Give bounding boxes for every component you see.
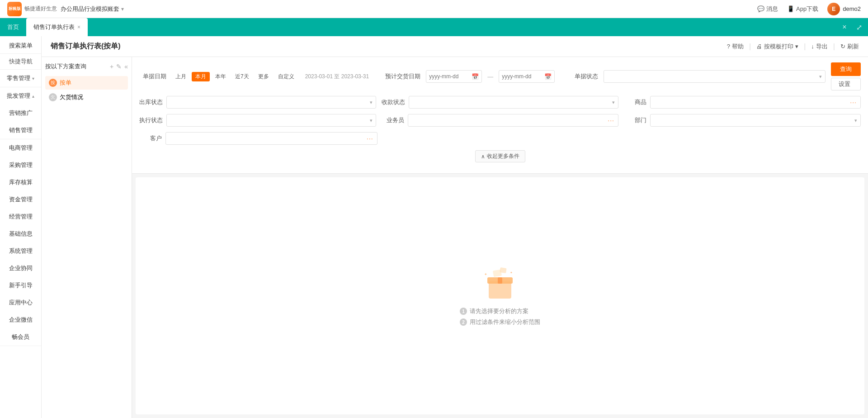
sidebar-item-enterprise[interactable]: 企业协同: [0, 260, 41, 277]
tab-sales-exec-label: 销售订单执行表: [33, 23, 75, 31]
message-label: 消息: [766, 5, 778, 13]
query-button[interactable]: 查询: [831, 62, 861, 76]
page-header-actions: ? 帮助 | 🖨 按模板打印 ▾ | ↓ 导出 | ↻ 刷新: [727, 43, 859, 56]
filter-cell-receive-status: 收款状态: [382, 96, 618, 109]
chevron-down-icon: ▾: [32, 76, 34, 81]
date-tab-this-month[interactable]: 本月: [192, 72, 210, 81]
sidebar-search[interactable]: 搜索菜单: [0, 36, 41, 54]
collapse-panel-button[interactable]: «: [124, 63, 128, 70]
svg-rect-4: [500, 267, 506, 273]
customer-input[interactable]: ···: [165, 132, 377, 145]
app-download-label: App下载: [796, 5, 818, 13]
refresh-button[interactable]: ↻ 刷新: [840, 43, 859, 51]
tab-sales-exec[interactable]: 销售订单执行表 ×: [26, 18, 88, 36]
calendar-end-icon[interactable]: 📅: [544, 73, 552, 80]
sidebar-item-sales-mgmt[interactable]: 销售管理: [0, 122, 41, 139]
sidebar-item-operation[interactable]: 经营管理: [0, 208, 41, 225]
out-status-control: [166, 96, 376, 109]
nav-tab-actions: × ⤢: [839, 22, 864, 33]
divider1: |: [749, 43, 751, 51]
salesman-dots-icon[interactable]: ···: [608, 117, 614, 124]
scheme-label-by-order: 按单: [60, 79, 71, 87]
sidebar-item-finance[interactable]: 资金管理: [0, 191, 41, 208]
goods-dots-icon[interactable]: ···: [850, 99, 857, 106]
help-button[interactable]: ? 帮助: [727, 43, 744, 51]
sidebar-item-ecommerce[interactable]: 电商管理: [0, 139, 41, 157]
date-tab-custom[interactable]: 自定义: [274, 72, 298, 81]
sidebar-item-app-center[interactable]: 应用中心: [0, 294, 41, 311]
scheme-item-by-order[interactable]: 按 按单: [45, 76, 128, 90]
message-button[interactable]: 💬 消息: [757, 5, 778, 13]
logo-icon: 标账版: [7, 2, 22, 16]
sidebar-item-marketing[interactable]: 营销推广: [0, 104, 41, 122]
sidebar-quick-nav[interactable]: 快捷导航: [0, 54, 41, 70]
filter-cell-out-status: 出库状态: [139, 96, 376, 109]
breadcrumb-arrow-icon[interactable]: ▾: [121, 6, 124, 12]
salesman-label: 业务员: [382, 116, 404, 124]
goods-label: 商品: [624, 98, 646, 106]
sidebar-section-wholesale: 批发管理 ▴ 营销推广 销售管理: [0, 87, 41, 139]
date-tab-last-month[interactable]: 上月: [172, 72, 190, 81]
app-download-button[interactable]: 📱 App下载: [787, 5, 818, 13]
exec-status-control: [166, 114, 376, 127]
status-select[interactable]: [604, 70, 826, 83]
sidebar-item-retail[interactable]: 零售管理 ▾: [0, 70, 41, 87]
scheme-item-shortage[interactable]: 欠 欠货情况: [45, 90, 128, 104]
breadcrumb-text: 办公用品行业模拟账套: [61, 5, 119, 13]
calendar-start-icon[interactable]: 📅: [472, 73, 479, 80]
svg-rect-0: [489, 281, 511, 299]
settings-button[interactable]: 设置: [831, 78, 861, 90]
export-label: 导出: [816, 43, 828, 51]
customer-control: ···: [165, 132, 377, 145]
print-arrow-icon: ▾: [795, 43, 798, 50]
add-scheme-button[interactable]: +: [110, 63, 113, 70]
export-button[interactable]: ↓ 导出: [811, 43, 828, 51]
date-tab-this-year[interactable]: 本年: [212, 72, 230, 81]
expected-date-start-input[interactable]: [429, 73, 470, 80]
sidebar-item-member[interactable]: 畅会员: [0, 328, 41, 346]
empty-svg: ✦ ✦: [482, 266, 518, 302]
minimize-button[interactable]: ×: [839, 22, 850, 33]
date-label: 单据日期: [139, 72, 166, 81]
sidebar-item-purchase[interactable]: 采购管理: [0, 157, 41, 174]
sidebar-item-wechat[interactable]: 企业微信: [0, 311, 41, 328]
sidebar-item-inventory[interactable]: 库存核算: [0, 174, 41, 191]
collapse-button[interactable]: ∧ 收起更多条件: [475, 150, 525, 162]
collapse-label: 收起更多条件: [487, 152, 519, 160]
maximize-button[interactable]: ⤢: [854, 22, 864, 33]
date-range-text: 2023-03-01 至 2023-03-31: [305, 73, 369, 81]
empty-text: 1 请先选择要分析的方案 2 用过滤条件来缩小分析范围: [460, 307, 540, 326]
hint1-num: 1: [460, 308, 467, 315]
edit-scheme-button[interactable]: ✎: [116, 63, 122, 70]
expected-date-end-input[interactable]: [502, 73, 542, 80]
date-tab-7days[interactable]: 近7天: [231, 72, 253, 81]
sidebar-section-other: 电商管理 采购管理 库存核算 资金管理 经营管理 基础信息 系统管理 企业协同 …: [0, 139, 41, 346]
salesman-input[interactable]: ···: [408, 114, 618, 127]
dept-select[interactable]: [650, 114, 861, 127]
sidebar-item-retail-label: 零售管理: [7, 74, 30, 82]
filter-cell-goods: 商品 ···: [624, 96, 861, 109]
hint2-num: 2: [460, 318, 467, 326]
main-layout: 搜索菜单 快捷导航 零售管理 ▾ 批发管理 ▴ 营销推广 销售管理 电商管理 采…: [0, 36, 868, 418]
exec-status-select[interactable]: [166, 114, 376, 127]
receive-status-select[interactable]: [409, 96, 618, 109]
goods-control: ···: [650, 96, 861, 109]
sidebar-item-newbie[interactable]: 新手引导: [0, 277, 41, 294]
logo-area: 标账版 畅捷通好生意: [7, 2, 57, 16]
sidebar-item-basic-info[interactable]: 基础信息: [0, 225, 41, 242]
breadcrumb-area: 办公用品行业模拟账套 ▾: [61, 5, 124, 13]
print-button[interactable]: 🖨 按模板打印 ▾: [756, 43, 798, 51]
print-label: 按模板打印: [764, 43, 793, 51]
user-area[interactable]: E demo2: [827, 3, 861, 15]
goods-input[interactable]: ···: [650, 96, 861, 109]
sidebar-item-system[interactable]: 系统管理: [0, 242, 41, 260]
tab-home[interactable]: 首页: [0, 18, 26, 36]
customer-dots-icon[interactable]: ···: [367, 135, 373, 142]
tab-close-icon[interactable]: ×: [77, 24, 80, 30]
out-status-select[interactable]: [166, 96, 376, 109]
left-panel: 按以下方案查询 + ✎ « 按 按单 欠 欠货情况: [42, 57, 132, 418]
salesman-control: ···: [408, 114, 618, 127]
sidebar-item-wholesale[interactable]: 批发管理 ▴: [0, 87, 41, 104]
date-tab-more[interactable]: 更多: [255, 72, 273, 81]
out-status-label: 出库状态: [139, 98, 163, 106]
